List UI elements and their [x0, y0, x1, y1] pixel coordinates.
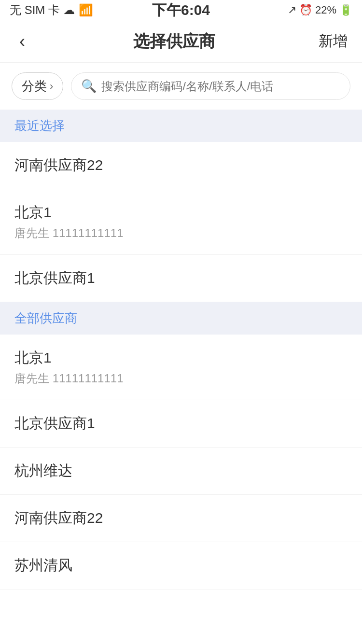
item-name: 北京1: [14, 348, 348, 368]
status-bar: 无 SIM 卡 ☁ 📶 下午6:04 ↗ ⏰ 22% 🔋: [0, 0, 362, 20]
list-item[interactable]: 杭州维达: [0, 448, 362, 495]
item-name: 北京供应商1: [14, 414, 348, 434]
nav-bar: ‹ 选择供应商 新增: [0, 20, 362, 63]
list-item[interactable]: 河南供应商22: [0, 495, 362, 542]
category-label: 分类: [22, 78, 47, 95]
status-right: ↗ ⏰ 22% 🔋: [288, 4, 352, 16]
recent-section-header: 最近选择: [0, 110, 362, 142]
item-name: 河南供应商22: [14, 155, 348, 175]
battery-label: 22%: [315, 4, 336, 16]
category-button[interactable]: 分类 ›: [12, 72, 63, 100]
list-item[interactable]: 北京供应商1: [0, 255, 362, 302]
item-sub: 唐先生 11111111111: [14, 371, 348, 386]
item-name: 杭州维达: [14, 461, 348, 481]
item-name: 河南供应商22: [14, 508, 348, 528]
wifi-icon: 📶: [79, 3, 93, 17]
chevron-right-icon: ›: [50, 80, 53, 93]
recent-list: 河南供应商22北京1唐先生 11111111111北京供应商1: [0, 142, 362, 302]
battery-icon: 🔋: [339, 4, 352, 16]
page-title: 选择供应商: [133, 30, 215, 53]
item-sub: 唐先生 11111111111: [14, 225, 348, 241]
status-left: 无 SIM 卡 ☁ 📶: [10, 2, 93, 18]
add-button[interactable]: 新增: [319, 31, 348, 51]
alarm-icon: ⏰: [299, 4, 312, 16]
location-icon: ↗: [288, 4, 296, 16]
search-box: 🔍: [71, 72, 350, 100]
back-button[interactable]: ‹: [14, 27, 30, 56]
item-name: 北京供应商1: [14, 268, 348, 288]
item-name: 北京1: [14, 203, 348, 223]
search-icon: 🔍: [81, 79, 97, 94]
item-name: 苏州清风: [14, 556, 348, 575]
list-item[interactable]: 苏州清风: [0, 542, 362, 589]
list-item[interactable]: 河南供应商22: [0, 142, 362, 189]
sim-label: 无 SIM 卡 ☁: [10, 2, 75, 18]
all-section-header: 全部供应商: [0, 302, 362, 335]
all-list: 北京1唐先生 11111111111北京供应商1杭州维达河南供应商22苏州清风: [0, 335, 362, 589]
search-input[interactable]: [101, 80, 340, 93]
list-item[interactable]: 北京1唐先生 11111111111: [0, 189, 362, 255]
list-item[interactable]: 北京1唐先生 11111111111: [0, 335, 362, 400]
filter-bar: 分类 › 🔍: [0, 63, 362, 110]
list-item[interactable]: 北京供应商1: [0, 400, 362, 448]
status-time: 下午6:04: [152, 0, 210, 20]
